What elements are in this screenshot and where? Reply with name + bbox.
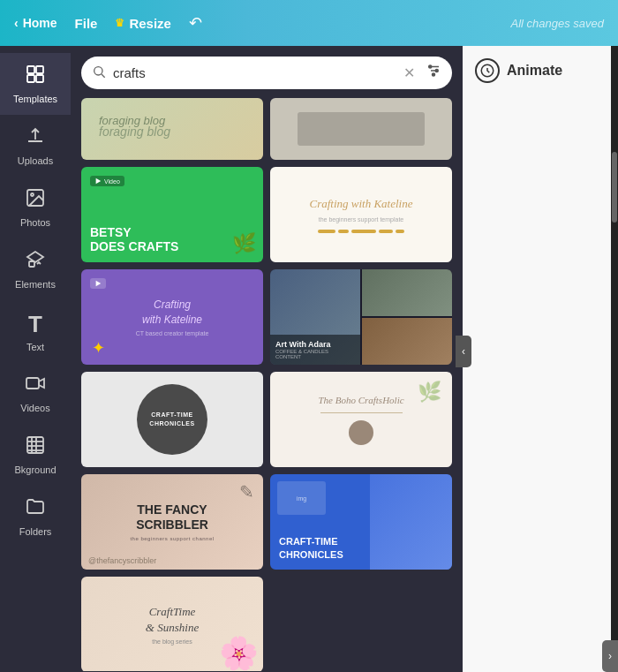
- leaf-decoration: 🌿: [232, 232, 256, 255]
- svg-rect-7: [26, 378, 39, 389]
- sidebar-text-label: Text: [26, 342, 44, 352]
- template-card-crafting-purple[interactable]: Craftingwith Kateline CT based creator t…: [81, 269, 263, 365]
- sidebar-item-photos[interactable]: Photos: [0, 177, 71, 238]
- card-title: CraftTime& Sunshine: [146, 604, 199, 636]
- deco-icon: ✎: [239, 481, 254, 502]
- sidebar-item-videos[interactable]: Videos: [0, 362, 71, 424]
- animate-icon: [475, 58, 500, 83]
- circle-decoration: [349, 420, 373, 445]
- chevron-left-icon: ‹: [14, 16, 19, 30]
- right-panel: Animate: [463, 46, 618, 672]
- search-bar: ✕: [81, 57, 452, 89]
- templates-panel: ✕ foraging blog: [71, 46, 463, 672]
- sidebar-uploads-label: Uploads: [18, 155, 53, 166]
- template-card-craft-chronicles-blue[interactable]: img CRAFT-TIMECHRONICLES: [270, 474, 452, 570]
- card-overlay: Art With Adara COFFEE & CANDLES CONTENT: [270, 335, 360, 365]
- card-image-3: [362, 318, 452, 365]
- uploads-icon: [25, 125, 46, 152]
- expand-panel-button[interactable]: ›: [602, 640, 618, 672]
- svg-line-15: [102, 74, 105, 78]
- template-card-craft-chronicles[interactable]: CRAFT-TIMECHRONICLES: [81, 372, 263, 467]
- card-title: THE FANCYSCRIBBLER: [136, 502, 208, 532]
- card-text: foraging blog: [99, 114, 165, 127]
- scrollbar-track: [611, 46, 618, 672]
- card-script-title: Crafting with Kateline: [309, 196, 412, 212]
- card-title: BETSYDOES CRAFTS: [90, 226, 178, 253]
- sidebar-item-folders[interactable]: Folders: [0, 486, 71, 547]
- sidebar-item-elements[interactable]: Elements: [0, 238, 71, 300]
- flower-decoration: 🌸: [219, 635, 259, 671]
- home-button[interactable]: ‹ Home: [14, 16, 57, 30]
- home-label: Home: [23, 16, 57, 30]
- template-card-betsy-crafts[interactable]: Video BETSYDOES CRAFTS 🌿: [81, 167, 263, 262]
- svg-rect-3: [36, 75, 43, 82]
- sidebar-item-templates[interactable]: Templates: [0, 53, 71, 115]
- card-subtitle: COFFEE & CANDLES CONTENT: [275, 349, 355, 359]
- sidebar-item-text[interactable]: T Text: [0, 300, 71, 362]
- collapse-icon: ‹: [462, 345, 465, 358]
- card-title: The Boho CraftsHolic: [318, 394, 403, 407]
- sidebar-item-uploads[interactable]: Uploads: [0, 115, 71, 177]
- svg-point-20: [435, 70, 438, 72]
- template-card-neutral[interactable]: [270, 98, 452, 160]
- undo-button[interactable]: ↶: [189, 13, 202, 33]
- file-button[interactable]: File: [75, 16, 98, 31]
- svg-point-14: [94, 66, 102, 74]
- template-card-fancy-scribbler[interactable]: THE FANCYSCRIBBLER the beginners support…: [81, 474, 263, 570]
- card-placeholder: [298, 112, 425, 147]
- card-subtitle: the blog series: [152, 638, 192, 645]
- template-card-art-adara[interactable]: Art With Adara COFFEE & CANDLES CONTENT: [270, 269, 452, 365]
- svg-rect-0: [27, 66, 34, 73]
- svg-point-21: [433, 73, 435, 76]
- svg-point-5: [31, 193, 34, 196]
- card-title: Craftingwith Kateline: [142, 298, 202, 328]
- card-image-2: [362, 269, 452, 316]
- template-card-boho-crafts[interactable]: The Boho CraftsHolic 🌿: [270, 372, 452, 467]
- card-subtitle: the beginners support channel: [130, 536, 214, 541]
- search-input[interactable]: [113, 65, 396, 80]
- clear-search-button[interactable]: ✕: [403, 64, 415, 81]
- template-card-crafttime-sunshine[interactable]: CraftTime& Sunshine the blog series 🌸: [81, 577, 263, 671]
- leaf-decoration: 🌿: [418, 381, 441, 404]
- scrollbar-thumb[interactable]: [612, 152, 617, 223]
- card-title: Art With Adara: [275, 340, 355, 349]
- template-card-foraging-blog[interactable]: foraging blog: [81, 98, 263, 160]
- file-label: File: [75, 16, 98, 31]
- resize-label: Resize: [129, 16, 171, 31]
- background-icon: [25, 434, 46, 461]
- video-badge: [90, 278, 106, 289]
- url-text: @thefancyscribbler: [88, 556, 156, 565]
- card-subtitle: CT based creator template: [136, 330, 209, 336]
- templates-icon: [25, 64, 46, 90]
- sidebar-templates-label: Templates: [13, 94, 57, 104]
- sidebar-photos-label: Photos: [20, 217, 50, 228]
- svg-rect-1: [36, 66, 43, 73]
- filter-button[interactable]: [426, 63, 441, 83]
- topbar: ‹ Home File ♛ Resize ↶ All changes saved: [0, 0, 618, 46]
- sidebar: Templates Uploads Photos Elements: [0, 46, 71, 672]
- animate-label[interactable]: Animate: [507, 63, 562, 79]
- divider-line: [320, 412, 403, 413]
- resize-button[interactable]: ♛ Resize: [115, 16, 171, 31]
- template-card-crafting-kateline[interactable]: Crafting with Kateline the beginners sup…: [270, 167, 452, 262]
- video-badge: Video: [90, 176, 124, 186]
- sidebar-elements-label: Elements: [15, 279, 56, 290]
- templates-scroll-area[interactable]: foraging blog Video BETSYDOES CRAFTS 🌿 C…: [71, 98, 463, 671]
- text-icon: T: [28, 311, 42, 338]
- collapse-panel-button[interactable]: ‹: [456, 336, 471, 367]
- videos-icon: [25, 373, 46, 399]
- card-title: CRAFT-TIMECHRONICLES: [279, 535, 443, 561]
- svg-marker-22: [96, 178, 102, 184]
- card-title: CRAFT-TIMECHRONICLES: [149, 411, 194, 428]
- circle-logo: CRAFT-TIMECHRONICLES: [137, 384, 207, 455]
- search-icon: [92, 64, 106, 82]
- svg-rect-2: [27, 75, 34, 82]
- sidebar-item-background[interactable]: Bkground: [0, 424, 71, 486]
- card-subtitle: the beginners support template: [319, 216, 404, 223]
- star-decoration: ✦: [92, 338, 105, 358]
- photos-icon: [25, 187, 46, 214]
- sidebar-videos-label: Videos: [20, 403, 49, 413]
- expand-icon: ›: [608, 650, 612, 662]
- card-main-image: Art With Adara COFFEE & CANDLES CONTENT: [270, 269, 360, 365]
- elements-icon: [25, 249, 46, 276]
